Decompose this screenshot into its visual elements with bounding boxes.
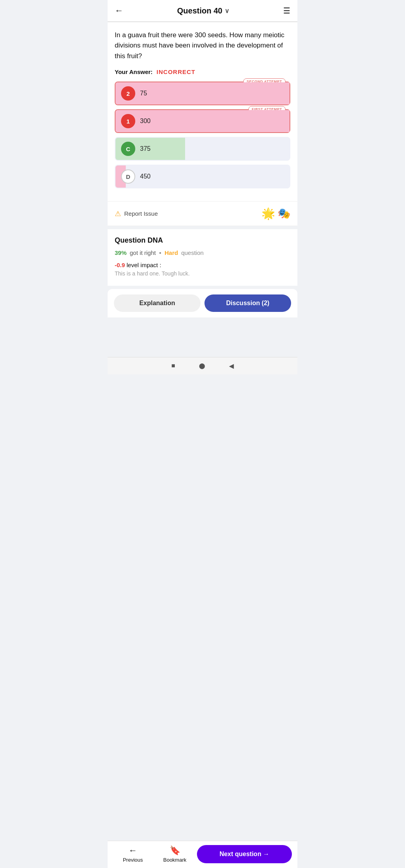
option-d-circle: D [121,169,135,184]
options-container: SECOND ATTEMPT 2 75 FIRST ATTEMPT 1 300 [115,82,290,188]
sys-back-button[interactable]: ◀ [229,362,234,370]
tab-explanation[interactable]: Explanation [114,294,201,312]
option-d-content: D 450 [115,165,290,188]
option-b-content: 1 300 [115,110,290,132]
tabs-row: Explanation Discussion (2) [114,294,291,312]
back-button[interactable]: ← [115,6,123,16]
option-b-row[interactable]: FIRST ATTEMPT 1 300 [115,109,290,133]
menu-icon[interactable]: ☰ [283,6,290,15]
option-c-row[interactable]: C 375 [115,137,290,161]
dna-title: Question DNA [115,236,290,245]
avatar-icon: 🎭 [278,207,290,220]
dna-difficulty-suffix: question [181,249,204,256]
report-icons: 🌟 🎭 [261,207,290,220]
option-b-text: 300 [140,118,151,125]
blob-icon: 🌟 [261,207,275,220]
dna-dot: ● [159,251,161,255]
question-title: Question 40 [177,6,222,15]
bookmark-button[interactable]: 🔖 Bookmark [155,845,195,863]
question-section: In a guava fruit there were 300 seeds. H… [108,22,297,201]
prev-label: Previous [123,857,143,863]
question-text: In a guava fruit there were 300 seeds. H… [115,30,290,61]
dna-percent: 39% [115,249,127,256]
option-b-circle: 1 [121,114,135,128]
header: ← Question 40 ∨ ☰ [108,0,297,22]
chevron-down-icon[interactable]: ∨ [225,7,229,15]
dna-got-right: got it right [130,249,156,256]
dna-stats: 39% got it right ● Hard question [115,249,290,256]
sys-circle-button[interactable]: ⬤ [199,363,205,369]
report-label: Report Issue [124,210,158,217]
tab-section: Explanation Discussion (2) [108,289,297,317]
option-c-circle: C [121,142,135,156]
option-c-text: 375 [140,145,151,152]
bookmark-icon: 🔖 [170,845,180,856]
warning-icon: ⚠ [115,209,121,218]
dna-section: Question DNA 39% got it right ● Hard que… [108,229,297,286]
report-left[interactable]: ⚠ Report Issue [115,209,158,218]
report-row: ⚠ Report Issue 🌟 🎭 [108,201,297,226]
option-a-content: 2 75 [115,82,290,104]
sys-square-button[interactable]: ■ [171,362,175,369]
impact-description: This is a hard one. Tough luck. [115,270,290,278]
your-answer-label: Your Answer: [115,68,153,75]
option-c-content: C 375 [115,138,290,160]
option-a-text: 75 [140,90,147,97]
bookmark-label: Bookmark [163,857,187,863]
tab-discussion[interactable]: Discussion (2) [204,294,291,312]
option-d-row[interactable]: D 450 [115,165,290,188]
option-a-row[interactable]: SECOND ATTEMPT 2 75 [115,82,290,105]
option-d-text: 450 [140,173,151,180]
next-question-button[interactable]: Next question → [197,845,292,863]
bottom-nav: ← Previous 🔖 Bookmark Next question → [108,841,297,868]
level-impact-suffix: level impact : [127,262,161,268]
system-nav: ■ ⬤ ◀ [108,357,297,374]
level-impact-value: -0.9 [115,262,125,268]
dna-difficulty: Hard [165,249,178,256]
your-answer-row: Your Answer: INCORRECT [115,68,290,75]
bottom-spacer [108,317,297,357]
header-title-group: Question 40 ∨ [177,6,229,15]
level-impact-row: -0.9 level impact : [115,262,290,268]
answer-status-badge: INCORRECT [157,68,195,75]
prev-icon: ← [129,845,137,856]
prev-button[interactable]: ← Previous [113,845,153,863]
option-a-circle: 2 [121,86,135,101]
